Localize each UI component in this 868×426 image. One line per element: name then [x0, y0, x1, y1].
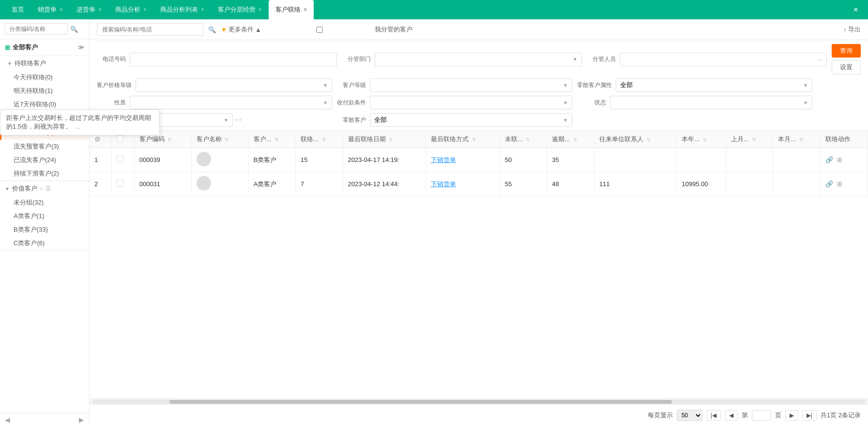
- row2-grid-icon[interactable]: ⊞: [837, 180, 842, 188]
- col-contact-count: 联络... ⇅: [296, 131, 343, 148]
- sidebar-prev-icon[interactable]: ◀: [5, 416, 10, 424]
- date-sort-icon: ⇅: [389, 137, 393, 142]
- manager-input[interactable]: ···: [620, 53, 827, 66]
- my-customer-checkbox-label[interactable]: 我分管的客户: [266, 25, 412, 34]
- row2-link-icon[interactable]: 🔗: [825, 180, 833, 188]
- row2-checkbox[interactable]: [117, 180, 123, 187]
- sidebar-item-lost[interactable]: 已流失客户(24): [0, 153, 89, 167]
- nav-item-customer-mgmt[interactable]: 客户分层经营 ×: [211, 0, 269, 19]
- sidebar-item-class-a[interactable]: A类客户(1): [0, 209, 89, 223]
- export-btn[interactable]: ↑ 导出: [844, 25, 861, 34]
- per-page-select[interactable]: 50 100 200: [677, 410, 702, 421]
- sidebar-item-today[interactable]: 今天待联络(0): [0, 71, 89, 84]
- search-input[interactable]: [97, 23, 203, 36]
- sidebar-item-at-risk[interactable]: 流失预警客户(3): [0, 140, 89, 153]
- nav-item-product-analysis[interactable]: 商品分析 ×: [108, 0, 153, 19]
- sidebar-search-icon[interactable]: 🔍: [70, 26, 78, 33]
- select-all-checkbox[interactable]: [117, 135, 123, 142]
- price-grade-input[interactable]: ▼: [136, 78, 332, 92]
- status-input[interactable]: ▼: [610, 96, 812, 109]
- filter-row-1: 电话号码 分管部门 ▼ 分管人员 ··· 查询 设置: [97, 44, 861, 74]
- next-page-btn[interactable]: ▶: [785, 410, 798, 421]
- row2-last-date: 2023-04-12 14:44:: [343, 172, 426, 196]
- edit-icon[interactable]: ○: [40, 185, 43, 192]
- retail-customer-value: 全部: [374, 116, 387, 124]
- price-grade-arrow: ▼: [323, 83, 328, 88]
- sidebar-item-ungrouped[interactable]: 未分组(32): [0, 196, 89, 209]
- last-page-btn[interactable]: ▶|: [802, 410, 817, 421]
- at-risk-label: 流失预警客户(3): [14, 142, 59, 151]
- person-sort-icon: ⇅: [647, 137, 651, 142]
- customer-type-more-btn[interactable]: ···: [233, 116, 332, 124]
- row1-method-link[interactable]: 下销货单: [431, 156, 456, 163]
- nav-item-customer-contact[interactable]: 客户联络 ×: [269, 0, 314, 19]
- gender-input[interactable]: ▼: [130, 96, 332, 109]
- nav-close-product-list[interactable]: ×: [201, 6, 204, 13]
- retail-customer-input[interactable]: 全部 ▼: [370, 113, 572, 127]
- value-arrow-icon: ▼: [5, 186, 10, 191]
- this-month-sort-icon: ⇅: [799, 137, 803, 142]
- retail-attr-arrow: ▼: [803, 83, 808, 88]
- status-label: 状态: [577, 99, 606, 107]
- phone-input[interactable]: [130, 53, 337, 66]
- current-page-input[interactable]: 1: [752, 410, 771, 421]
- dept-input[interactable]: ▼: [375, 53, 582, 66]
- payment-input[interactable]: ▼: [370, 96, 572, 109]
- table-settings-gear[interactable]: ⚙: [94, 135, 101, 143]
- sidebar-item-class-b[interactable]: B类客户(33): [0, 223, 89, 236]
- sidebar-item-class-c[interactable]: C类客户(6): [0, 236, 89, 250]
- year-sort-icon: ⇅: [703, 137, 707, 142]
- query-button[interactable]: 查询: [832, 44, 861, 58]
- nav-item-home[interactable]: 首页: [5, 0, 31, 19]
- class-c-label: C类客户(6): [14, 239, 45, 248]
- payment-label: 收付款条件: [337, 99, 366, 107]
- nav-close-purchase[interactable]: ×: [98, 6, 102, 13]
- table-header-row: ⚙ 客户编码 ⇅ 客户名称 ⇅: [90, 131, 868, 148]
- row1-overdue: 35: [547, 148, 594, 172]
- nav-item-purchase[interactable]: 进货单 ×: [70, 0, 108, 19]
- price-grade-label: 客户价格等级: [97, 81, 132, 89]
- nav-item-sales[interactable]: 销货单 ×: [31, 0, 70, 19]
- nav-product-list-label: 商品分析列表: [160, 5, 198, 14]
- row1-year: [677, 148, 726, 172]
- filter-row-4: 客户类型 ▼ ··· 零散客户 全部 ▼: [97, 113, 861, 127]
- my-customer-checkbox[interactable]: [266, 27, 373, 33]
- config-icon[interactable]: ☰: [46, 185, 51, 192]
- sidebar-next-icon[interactable]: ▶: [79, 416, 84, 424]
- nav-item-product-list[interactable]: 商品分析列表 ×: [153, 0, 211, 19]
- sidebar-item-tomorrow[interactable]: 明天待联络(1): [0, 84, 89, 98]
- row1-checkbox[interactable]: [117, 156, 123, 162]
- row1-grid-icon[interactable]: ⊞: [837, 156, 842, 163]
- nav-home-label: 首页: [12, 5, 24, 14]
- settings-button[interactable]: 设置: [832, 60, 861, 74]
- row2-method-link[interactable]: 下销货单: [431, 180, 456, 188]
- nav-close-customer-mgmt[interactable]: ×: [259, 6, 262, 13]
- sidebar-search-input[interactable]: [5, 23, 68, 35]
- payment-arrow: ▼: [563, 100, 568, 105]
- manager-field: 分管人员 ···: [587, 53, 827, 66]
- nav-close-sales[interactable]: ×: [60, 6, 63, 13]
- horizontal-scrollbar[interactable]: [90, 398, 868, 404]
- sidebar-bottom-nav: ◀ ▶: [0, 413, 89, 426]
- nav-close-customer-contact[interactable]: ×: [304, 6, 307, 13]
- customer-grade-input[interactable]: ▼: [370, 78, 572, 92]
- more-conditions-btn[interactable]: ▼ 更多条件 ▲: [221, 25, 261, 34]
- window-close-button[interactable]: ×: [848, 5, 863, 15]
- nav-close-product-analysis[interactable]: ×: [143, 6, 147, 13]
- sidebar-all-customers[interactable]: ⊞ 全部客户 ≫: [0, 39, 89, 56]
- value-customers-title[interactable]: ▼ 价值客户 ○ ☰: [0, 181, 89, 196]
- retail-attr-field: 零散客户属性 全部 ▼: [577, 78, 812, 92]
- pending-contact-title[interactable]: ▼ 待联络客户: [0, 56, 89, 71]
- prev-page-btn[interactable]: ◀: [725, 410, 738, 421]
- row1-this-month: [773, 148, 821, 172]
- sidebar-search-area: 🔍: [0, 19, 89, 39]
- collapse-icon[interactable]: ≫: [78, 44, 84, 51]
- row1-link-icon[interactable]: 🔗: [825, 156, 833, 163]
- sidebar-item-declining[interactable]: 持续下滑客户(2): [0, 167, 89, 180]
- scrollbar-thumb[interactable]: [169, 400, 672, 404]
- manager-more-icon[interactable]: ···: [817, 56, 822, 63]
- retail-attr-input[interactable]: 全部 ▼: [616, 78, 812, 92]
- last-month-sort-icon: ⇅: [752, 137, 756, 142]
- search-icon[interactable]: 🔍: [208, 26, 216, 33]
- first-page-btn[interactable]: |◀: [706, 410, 721, 421]
